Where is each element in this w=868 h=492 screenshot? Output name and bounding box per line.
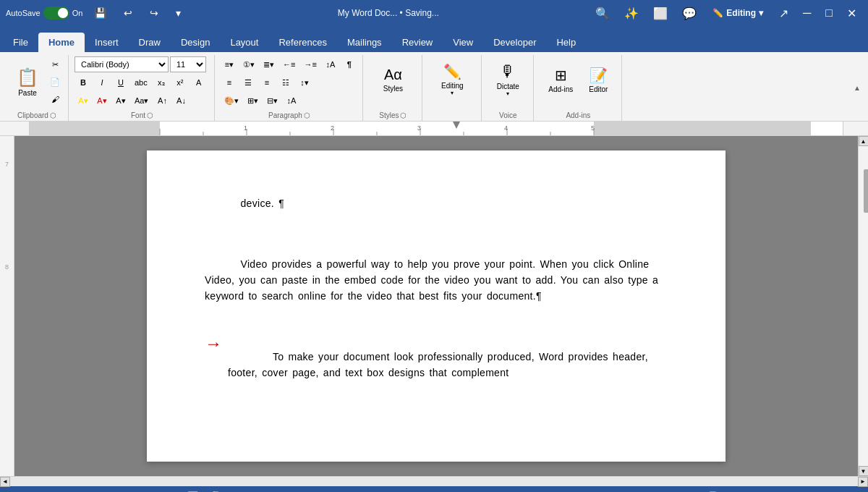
document-area[interactable]: device. ¶ Video provides a powerful way … <box>14 136 858 476</box>
subscript-button[interactable]: x₂ <box>153 75 170 90</box>
horizontal-scrollbar[interactable]: ◄ ► <box>0 476 868 486</box>
save-button[interactable]: 💾 <box>88 4 112 22</box>
font-row2: B I U abc x₂ x² A <box>75 75 210 90</box>
paste-button[interactable]: 📋 Paste <box>10 59 45 105</box>
clipboard-label: Clipboard ⬡ <box>17 110 56 119</box>
decrease-indent-button[interactable]: ←≡ <box>279 56 299 72</box>
text-highlight-button[interactable]: A▾ <box>75 93 92 109</box>
tab-layout[interactable]: Layout <box>220 33 268 52</box>
paragraph-document: To make your document look professionall… <box>228 332 668 397</box>
paragraph-expand-icon[interactable]: ⬡ <box>304 111 310 119</box>
scroll-up-button[interactable]: ▲ <box>859 136 869 146</box>
align-center-button[interactable]: ☰ <box>239 75 257 90</box>
tab-draw[interactable]: Draw <box>129 33 171 52</box>
styles-icon: Aα <box>384 67 402 83</box>
bold-button[interactable]: B <box>75 75 92 90</box>
svg-text:3: 3 <box>417 124 421 132</box>
paragraph-device: device. ¶ <box>205 179 668 228</box>
para-row1: ≡▾ ①▾ ≣▾ ←≡ →≡ ↕A ¶ <box>221 56 358 72</box>
underline-button[interactable]: U <box>112 75 129 90</box>
text-color-button[interactable]: A▾ <box>93 93 111 109</box>
addins-button[interactable]: ⊞ Add-ins <box>542 56 579 103</box>
direction-button[interactable]: ↕A <box>283 93 300 109</box>
font-color-button[interactable]: A▾ <box>112 93 129 109</box>
share-button[interactable]: ↗ <box>773 4 794 23</box>
numbering-button[interactable]: ①▾ <box>239 56 258 72</box>
grow-font-button[interactable]: A↑ <box>153 93 171 109</box>
align-right-button[interactable]: ≡ <box>258 75 276 90</box>
autosave-toggle-pill[interactable] <box>43 7 69 20</box>
editor-button[interactable]: 📝 Editor <box>582 56 614 103</box>
vertical-scrollbar[interactable]: ▲ ▼ <box>858 136 868 476</box>
sort-button[interactable]: ↕A <box>322 56 339 72</box>
font-family-select[interactable]: Calibri (Body) <box>75 56 169 72</box>
search-button[interactable]: 🔍 <box>590 4 616 23</box>
svg-text:5: 5 <box>591 124 595 132</box>
tab-references[interactable]: References <box>268 33 336 52</box>
tab-developer[interactable]: Developer <box>483 33 546 52</box>
tab-review[interactable]: Review <box>392 33 443 52</box>
tab-insert[interactable]: Insert <box>85 33 129 52</box>
styles-button[interactable]: Aα Styles <box>377 56 409 103</box>
comments-button[interactable]: 💬 <box>676 4 702 23</box>
increase-indent-button[interactable]: →≡ <box>300 56 320 72</box>
font-expand-icon[interactable]: ⬡ <box>147 111 153 119</box>
align-left-button[interactable]: ≡ <box>221 75 238 90</box>
editing-button[interactable]: ✏️ Editing ▾ <box>435 56 470 103</box>
svg-text:1: 1 <box>244 124 247 132</box>
tab-design[interactable]: Design <box>171 33 220 52</box>
svg-text:2: 2 <box>331 124 334 132</box>
columns-button[interactable]: ⊟▾ <box>263 93 281 109</box>
ribbon-display-button[interactable]: ⬜ <box>647 4 673 23</box>
paragraph-group: ≡▾ ①▾ ≣▾ ←≡ →≡ ↕A ¶ ≡ ☰ ≡ ☷ ↕▾ 🎨▾ ⊞▾ ⊟▾ … <box>216 55 363 121</box>
show-formatting-button[interactable]: ¶ <box>341 56 358 72</box>
strikethrough-button[interactable]: abc <box>131 75 151 90</box>
tab-mailings[interactable]: Mailings <box>337 33 392 52</box>
multilevel-button[interactable]: ≣▾ <box>260 56 278 72</box>
copy-button[interactable]: 📄 <box>46 74 64 90</box>
para-row2: ≡ ☰ ≡ ☷ ↕▾ <box>221 75 358 90</box>
borders-button[interactable]: ⊞▾ <box>244 93 262 109</box>
scroll-thumb[interactable] <box>864 169 869 213</box>
justify-button[interactable]: ☷ <box>277 75 294 90</box>
italic-button[interactable]: I <box>93 75 111 90</box>
dictate-button[interactable]: 🎙 Dictate ▾ <box>490 56 526 103</box>
scroll-left-button[interactable]: ◄ <box>0 477 10 487</box>
editing-chevron-icon: ▾ <box>451 90 454 96</box>
clipboard-expand-icon[interactable]: ⬡ <box>50 111 56 119</box>
ribbon-tabs: File Home Insert Draw Design Layout Refe… <box>0 26 868 52</box>
ribbon-collapse-button[interactable]: ▲ <box>852 55 862 121</box>
h-scroll-track[interactable] <box>10 477 858 486</box>
autosave-toggle[interactable]: AutoSave On <box>6 7 82 20</box>
font-size-select[interactable]: 11 <box>170 56 206 72</box>
autosave-label: AutoSave <box>6 9 41 17</box>
title-bar-center: My Word Doc... • Saving... <box>187 8 590 18</box>
undo-button[interactable]: ↩ <box>118 4 138 22</box>
scroll-right-button[interactable]: ► <box>858 477 868 487</box>
clear-formatting-button[interactable]: A <box>190 75 208 90</box>
bullets-button[interactable]: ≡▾ <box>221 56 238 72</box>
close-button[interactable]: ✕ <box>841 4 862 23</box>
font-case-button[interactable]: Aa▾ <box>131 93 152 109</box>
line-spacing-button[interactable]: ↕▾ <box>296 75 313 90</box>
shading-button[interactable]: 🎨▾ <box>221 93 242 109</box>
cut-button[interactable]: ✂ <box>46 56 64 72</box>
addins-label: Add-ins <box>566 110 590 119</box>
maximize-button[interactable]: □ <box>820 4 838 22</box>
tab-view[interactable]: View <box>443 33 483 52</box>
tab-file[interactable]: File <box>3 33 38 52</box>
format-painter-button[interactable]: 🖌 <box>46 91 64 107</box>
editing-mode-button[interactable]: ✏️ Editing ▾ <box>705 5 770 21</box>
styles-expand-icon[interactable]: ⬡ <box>400 111 407 119</box>
shrink-font-button[interactable]: A↓ <box>172 93 190 109</box>
superscript-button[interactable]: x² <box>171 75 189 90</box>
redo-button[interactable]: ↪ <box>144 4 164 22</box>
copilot-button[interactable]: ✨ <box>618 4 644 23</box>
minimize-button[interactable]: ─ <box>797 4 817 22</box>
tab-help[interactable]: Help <box>546 33 586 52</box>
customize-toolbar-button[interactable]: ▾ <box>170 4 187 22</box>
clipboard-group: 📋 Paste ✂ 📄 🖌 Clipboard ⬡ <box>6 55 69 121</box>
scroll-down-button[interactable]: ▼ <box>859 466 869 476</box>
editing-ribbon-label: Editing <box>441 82 464 90</box>
tab-home[interactable]: Home <box>38 33 85 52</box>
